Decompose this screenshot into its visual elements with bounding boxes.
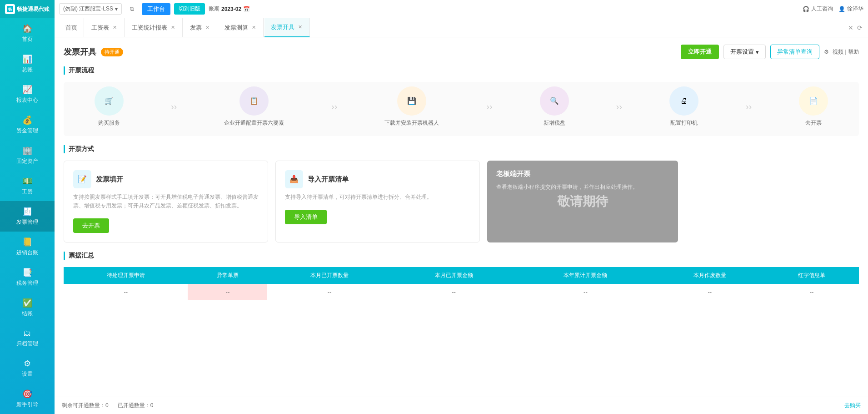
- summary-val-1: --: [188, 284, 267, 300]
- tab-invoice-issue-close[interactable]: ✕: [297, 24, 303, 30]
- summary-val-6: --: [764, 284, 859, 300]
- svg-text:📝: 📝: [78, 175, 87, 183]
- summary-header-0: 待处理开票申请: [64, 267, 188, 284]
- method2-button[interactable]: 导入清单: [285, 210, 327, 224]
- old-terminal-desc: 查看老板端小程序提交的开票申请，并作出相应处理操作。: [496, 183, 669, 192]
- tab-actions: ✕ ⟳: [848, 24, 868, 31]
- step5-icon: 🖨: [669, 86, 698, 116]
- svg-text:📄: 📄: [809, 96, 818, 105]
- tab-salary-report-close[interactable]: ✕: [170, 24, 176, 31]
- tab-invoice-issue[interactable]: 发票开具 ✕: [264, 18, 310, 37]
- guide-icon: 🎯: [22, 389, 32, 399]
- sidebar-item-invoice[interactable]: 🧾 发票管理: [0, 201, 55, 232]
- home-icon: 🏠: [22, 24, 32, 34]
- sidebar-label-invoice: 发票管理: [16, 218, 38, 226]
- svg-text:📥: 📥: [289, 175, 299, 183]
- summary-header-2: 本月已开票数量: [267, 267, 391, 284]
- page-content: 发票开具 待开通 立即开通 开票设置 ▾ 异常清单查询 ⚙ 视频 | 帮助 开票…: [55, 37, 868, 397]
- step1-icon: 🛒: [95, 86, 124, 116]
- open-method-title: 开票方式: [64, 145, 859, 153]
- sales-icon: 📒: [22, 237, 32, 247]
- tab-invoice[interactable]: 发票 ✕: [184, 18, 217, 37]
- workspace-button[interactable]: 工作台: [142, 3, 170, 15]
- tab-refresh-icon[interactable]: ⟳: [857, 24, 863, 31]
- invoice-icon: 🧾: [22, 207, 32, 217]
- svg-text:📋: 📋: [249, 96, 259, 105]
- support-button[interactable]: 🎧 人工咨询: [803, 5, 833, 13]
- settings-dropdown-icon: ▾: [756, 49, 759, 56]
- tab-close-all-icon[interactable]: ✕: [848, 24, 853, 31]
- arrow-1: ››: [171, 101, 177, 112]
- sidebar-item-archive[interactable]: 🗂 归档管理: [0, 323, 55, 353]
- sidebar-item-sales[interactable]: 📒 进销台账: [0, 232, 55, 262]
- tab-salary-report[interactable]: 工资统计报表 ✕: [125, 18, 183, 37]
- user-name: 徐泽华: [847, 5, 863, 13]
- summary-header-1: 异常单票: [188, 267, 267, 284]
- settings-icon: ⚙: [24, 358, 31, 369]
- abnormal-query-button[interactable]: 异常清单查询: [770, 45, 819, 59]
- tab-invoice-calc[interactable]: 发票测算 ✕: [218, 18, 264, 37]
- summary-header-5: 本月作废数量: [655, 267, 765, 284]
- sidebar-item-close[interactable]: ✅ 结账: [0, 293, 55, 323]
- sidebar-item-ledger[interactable]: 📊 总账: [0, 49, 55, 79]
- coming-soon-text: 敬请期待: [557, 193, 608, 210]
- tab-invoice-label: 发票: [190, 24, 202, 32]
- open-methods-container: 📝 发票填开 支持按照发票样式手工填开发票；可开具增值税电子普通发票、增值税普通…: [64, 161, 859, 242]
- arrow-3: ››: [486, 101, 492, 112]
- switch-version-button[interactable]: 切到旧版: [174, 3, 205, 15]
- sidebar-item-tax[interactable]: 📑 税务管理: [0, 262, 55, 293]
- open-now-button[interactable]: 立即开通: [681, 45, 719, 59]
- page-header: 发票开具 待开通 立即开通 开票设置 ▾ 异常清单查询 ⚙ 视频 | 帮助: [64, 45, 859, 59]
- user-profile[interactable]: 👤 徐泽华: [838, 5, 863, 13]
- method-card1-title: 📝 发票填开: [73, 170, 259, 188]
- tab-home[interactable]: 首页: [59, 18, 84, 37]
- tab-invoice-calc-close[interactable]: ✕: [251, 24, 257, 31]
- sidebar-item-funds[interactable]: 💰 资金管理: [0, 110, 55, 140]
- method2-name: 导入开票清单: [308, 175, 349, 184]
- summary-val-5: --: [655, 284, 765, 300]
- summary-val-0: --: [64, 284, 188, 300]
- process-step-2: 📋 企业开通配置开票六要素: [224, 86, 284, 127]
- sidebar-item-home[interactable]: 🏠 首页: [0, 18, 55, 49]
- tabbar: 首页 工资表 ✕ 工资统计报表 ✕ 发票 ✕ 发票测算 ✕ 发票开具 ✕ ✕ ⟳: [55, 18, 868, 37]
- summary-table: 待处理开票申请 异常单票 本月已开票数量 本月已开票金额 本年累计开票金额 本月…: [64, 267, 859, 300]
- tab-invoice-issue-label: 发票开具: [271, 23, 294, 31]
- close-period-icon: ✅: [22, 298, 32, 308]
- header-help: ⚙ 视频 | 帮助: [824, 48, 859, 56]
- sidebar-item-settings[interactable]: ⚙ 设置: [0, 353, 55, 384]
- sidebar-item-guide[interactable]: 🎯 新手引导: [0, 384, 55, 414]
- sidebar-item-assets[interactable]: 🏢 固定资产: [0, 140, 55, 171]
- open-settings-button[interactable]: 开票设置 ▾: [723, 45, 766, 59]
- sidebar-label-tax: 税务管理: [16, 279, 38, 287]
- sidebar-item-salary[interactable]: 💵 工资: [0, 171, 55, 201]
- tab-invoice-close[interactable]: ✕: [205, 24, 210, 31]
- step5-label: 配置打印机: [670, 119, 698, 127]
- arrow-2: ››: [331, 101, 337, 112]
- summary-header-6: 红字信息单: [764, 267, 859, 284]
- topbar: (勿副) 江西服宝-LSS ▾ ⧉ 工作台 切到旧版 账期 2023-02 📅 …: [55, 0, 868, 18]
- period-edit-icon[interactable]: 📅: [243, 6, 250, 12]
- sidebar-label-sales: 进销台账: [16, 249, 38, 257]
- period-label: 账期: [209, 5, 219, 13]
- process-step-3: 💾 下载并安装开票机器人: [384, 86, 439, 127]
- sidebar-label-close: 结账: [22, 310, 33, 318]
- step1-label: 购买服务: [98, 119, 120, 127]
- funds-icon: 💰: [22, 115, 32, 125]
- page-title: 发票开具: [64, 46, 96, 57]
- method-card-import: 📥 导入开票清单 支持导入待开票清单，可对待开票清单进行拆分、合并处理。 导入清…: [275, 161, 480, 242]
- logo-icon: 畅: [5, 4, 15, 14]
- tab-invoice-calc-label: 发票测算: [224, 24, 248, 32]
- buy-link[interactable]: 去购买: [844, 402, 861, 409]
- step4-icon: 🔍: [540, 86, 569, 116]
- tab-salary-close[interactable]: ✕: [112, 24, 118, 31]
- sidebar-item-reports[interactable]: 📈 报表中心: [0, 79, 55, 110]
- method1-button[interactable]: 去开票: [73, 218, 109, 233]
- company-selector[interactable]: (勿副) 江西服宝-LSS ▾: [59, 3, 122, 15]
- tab-salary[interactable]: 工资表 ✕: [85, 18, 125, 37]
- step2-icon: 📋: [239, 86, 269, 116]
- help-text: 视频 | 帮助: [833, 48, 859, 56]
- copy-icon[interactable]: ⧉: [125, 3, 138, 15]
- period-value: 2023-02: [221, 6, 241, 12]
- method2-desc: 支持导入待开票清单，可对待开票清单进行拆分、合并处理。: [285, 193, 470, 202]
- old-terminal-title: 老板端开票: [496, 170, 669, 178]
